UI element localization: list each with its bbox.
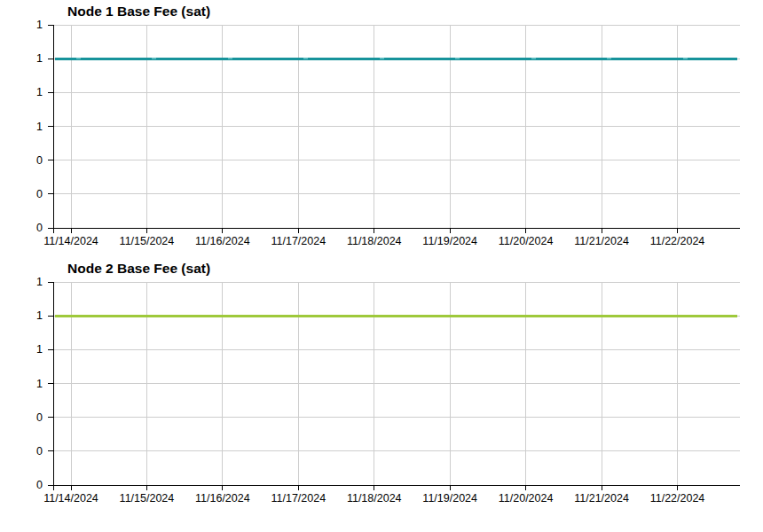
y-tick-label: 0 <box>14 478 43 492</box>
gridline-vertical <box>450 25 451 228</box>
x-tick-mark <box>222 486 223 490</box>
x-tick-mark <box>71 229 72 233</box>
gridline-horizontal <box>54 282 740 283</box>
series-marker <box>683 58 688 59</box>
series-marker <box>303 58 308 59</box>
y-tick-label: 1 <box>14 275 43 289</box>
x-tick-label: 11/19/2024 <box>418 234 482 248</box>
x-tick-mark <box>374 229 374 233</box>
gridline-horizontal <box>54 193 740 194</box>
series-line <box>55 315 737 317</box>
x-tick-label: 11/20/2024 <box>494 234 558 248</box>
y-tick-label: 0 <box>14 221 43 235</box>
x-tick-mark <box>298 229 299 233</box>
gridline-vertical <box>677 25 678 228</box>
y-tick-label: 1 <box>14 18 43 32</box>
gridline-vertical <box>602 25 602 228</box>
gridline-vertical <box>222 282 223 485</box>
x-tick-mark <box>146 486 147 490</box>
y-tick-mark <box>48 193 53 194</box>
x-tick-mark <box>677 486 678 490</box>
gridline-horizontal <box>54 349 740 350</box>
x-tick-mark <box>146 229 147 233</box>
x-tick-mark <box>602 229 602 233</box>
x-tick-label: 11/15/2024 <box>114 491 178 505</box>
gridline-vertical <box>602 282 602 485</box>
x-tick-mark <box>677 229 678 233</box>
y-tick-label: 1 <box>14 51 43 66</box>
x-tick-label: 11/17/2024 <box>266 491 330 505</box>
y-tick-mark <box>48 316 53 317</box>
y-tick-mark <box>48 417 53 418</box>
y-tick-mark <box>48 282 53 283</box>
gridline-vertical <box>222 25 223 228</box>
series-marker <box>76 58 81 59</box>
series-marker <box>607 58 611 59</box>
series-marker <box>455 58 460 59</box>
x-tick-mark <box>374 486 374 490</box>
chart-title-node2: Node 2 Base Fee (sat) <box>67 261 210 277</box>
gridline-horizontal <box>54 25 740 26</box>
y-tick-label: 0 <box>14 444 43 458</box>
x-tick-label: 11/18/2024 <box>342 491 406 505</box>
x-tick-label: 11/15/2024 <box>114 234 178 248</box>
gridline-vertical <box>450 282 451 485</box>
base-fee-dashboard: Node 1 Base Fee (sat) 111100011/14/20241… <box>0 0 763 532</box>
y-tick-label: 0 <box>14 187 43 201</box>
y-tick-mark <box>48 25 53 26</box>
gridline-horizontal <box>54 126 740 127</box>
chart-node1-base-fee: Node 1 Base Fee (sat) 111100011/14/20241… <box>0 0 763 257</box>
y-tick-mark <box>48 450 53 451</box>
x-tick-label: 11/16/2024 <box>191 234 255 248</box>
gridline-vertical <box>677 282 678 485</box>
x-tick-label: 11/17/2024 <box>266 234 330 248</box>
series-line <box>55 58 737 60</box>
x-tick-label: 11/19/2024 <box>418 491 482 505</box>
gridline-vertical <box>146 282 147 485</box>
x-tick-mark <box>525 486 526 490</box>
gridline-vertical <box>298 25 299 228</box>
x-tick-mark <box>71 486 72 490</box>
gridline-horizontal <box>54 160 740 160</box>
x-tick-label: 11/18/2024 <box>342 234 406 248</box>
x-tick-label: 11/22/2024 <box>646 491 710 505</box>
x-tick-mark <box>450 486 451 490</box>
y-tick-label: 1 <box>14 309 43 323</box>
x-tick-label: 11/20/2024 <box>494 491 558 505</box>
series-marker <box>228 58 232 59</box>
series-marker <box>531 58 536 59</box>
gridline-vertical <box>146 25 147 228</box>
x-tick-mark <box>602 486 602 490</box>
gridline-vertical <box>525 282 526 485</box>
gridline-horizontal <box>54 383 740 384</box>
y-tick-label: 1 <box>14 120 43 134</box>
x-axis-origin-tick <box>53 229 54 233</box>
series-marker <box>152 58 156 59</box>
x-tick-label: 11/14/2024 <box>39 491 103 505</box>
x-tick-mark <box>222 229 223 233</box>
gridline-horizontal <box>54 450 740 451</box>
plot-area <box>53 282 740 486</box>
chart-title-node1: Node 1 Base Fee (sat) <box>67 4 210 20</box>
x-tick-label: 11/21/2024 <box>570 234 633 248</box>
gridline-vertical <box>71 282 72 485</box>
x-tick-label: 11/22/2024 <box>646 234 710 248</box>
y-tick-mark <box>48 126 53 127</box>
y-tick-label: 1 <box>14 377 43 391</box>
x-tick-label: 11/16/2024 <box>191 491 255 505</box>
y-tick-mark <box>48 59 53 59</box>
y-tick-label: 0 <box>14 411 43 425</box>
y-tick-label: 0 <box>14 153 43 168</box>
gridline-vertical <box>374 282 374 485</box>
y-tick-mark <box>48 92 53 93</box>
gridline-horizontal <box>54 92 740 93</box>
x-tick-mark <box>298 486 299 490</box>
gridline-vertical <box>374 25 374 228</box>
gridline-horizontal <box>54 417 740 418</box>
x-tick-mark <box>450 229 451 233</box>
y-tick-mark <box>48 383 53 384</box>
chart-node2-base-fee: Node 2 Base Fee (sat) 111100011/14/20241… <box>0 257 763 514</box>
gridline-vertical <box>298 282 299 485</box>
y-tick-mark <box>48 349 53 350</box>
gridline-vertical <box>525 25 526 228</box>
